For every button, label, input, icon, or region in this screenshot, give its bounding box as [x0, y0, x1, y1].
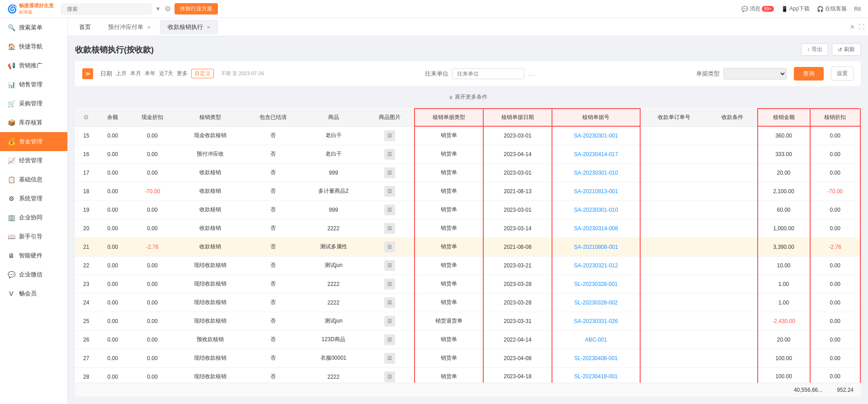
cell-bill-date: 2023-03-01: [483, 126, 552, 145]
app-download-btn[interactable]: 📱 App下载: [781, 5, 810, 13]
cell-bill-type: 销货单: [415, 275, 483, 293]
sidebar-item-search-menu[interactable]: 🔍搜索菜单: [0, 18, 67, 37]
sidebar-item-marketing[interactable]: 📢营销推广: [0, 56, 67, 75]
top-search-input[interactable]: [61, 4, 151, 14]
top-bar: 🌀 畅捷通谱好生意 标准版 ▼ ⚙ 休验行业方案 💬 消息 99+ 📱 App下…: [0, 0, 868, 18]
sidebar-item-quick-nav[interactable]: 🏠快捷导航: [0, 37, 67, 56]
sidebar-item-system[interactable]: ⚙系统管理: [0, 189, 67, 208]
query-btn[interactable]: 查询: [794, 67, 824, 81]
sidebar-item-basic[interactable]: 📋基础信息: [0, 170, 67, 189]
cell-goods-image: 🖼: [365, 145, 415, 163]
receipt-type-select[interactable]: [723, 68, 787, 80]
sidebar-item-finance[interactable]: 💰资金管理: [0, 132, 67, 151]
cell-receipt-condition: [708, 126, 758, 145]
export-btn[interactable]: ↑ 导出: [801, 43, 828, 56]
sidebar-item-beginner[interactable]: 📖新手引导: [0, 227, 67, 246]
cell-bill-no[interactable]: SA-20230331-026: [552, 312, 640, 330]
cell-bill-no[interactable]: SA-20230301-010: [552, 163, 640, 182]
sidebar-item-inventory[interactable]: 📦库存核算: [0, 113, 67, 132]
cell-receipt-condition: [708, 145, 758, 163]
cell-balance: 0.00: [98, 330, 128, 349]
cell-bill-no[interactable]: SL-20230408-001: [552, 349, 640, 367]
sidebar-item-vip[interactable]: V畅会员: [0, 284, 67, 303]
col-balance: 余额: [98, 109, 128, 126]
cell-bill-no[interactable]: SA-20230314-008: [552, 219, 640, 238]
cell-bill-no[interactable]: ABC-001: [552, 330, 640, 349]
cell-bill-no[interactable]: SA-20230414-017: [552, 145, 640, 163]
col-receipt-condition: 收款条件: [708, 109, 758, 126]
cell-bill-date: 2023-04-08: [483, 349, 552, 367]
cell-balance: 0.00: [98, 145, 128, 163]
tab-prepay-close[interactable]: ✕: [147, 25, 151, 30]
cell-bill-no[interactable]: SA-20210813-001: [552, 182, 640, 200]
setting-btn[interactable]: 设置: [831, 67, 854, 81]
sidebar-item-smart[interactable]: 🖥智能硬件: [0, 246, 67, 265]
tab-home[interactable]: 首页: [71, 20, 99, 34]
cell-balance: 0.00: [98, 312, 128, 330]
chevron-down-icon: ∨: [449, 94, 453, 100]
cell-cash-discount: 0.00: [128, 163, 177, 182]
cell-verify-discount: 0.00: [810, 126, 861, 145]
online-service-btn[interactable]: 🎧 在线客服: [817, 5, 847, 13]
user-info[interactable]: Rit: [854, 6, 861, 12]
cell-goods-image: 🖼: [365, 367, 415, 383]
dropdown-icon[interactable]: ▼: [155, 5, 161, 12]
cell-goods: 多计量商品2: [302, 182, 365, 200]
settings-icon[interactable]: ⚙: [165, 5, 171, 13]
cell-goods: 999: [302, 200, 365, 219]
cell-cash-discount: -70.00: [128, 182, 177, 200]
cell-receipt-condition: [708, 349, 758, 367]
filter-unit-section: 往来单位 ...: [425, 68, 536, 79]
cell-include-settled: 否: [244, 256, 302, 275]
sidebar-item-operation[interactable]: 📈经营管理: [0, 151, 67, 170]
cell-bill-no[interactable]: SL-20230328-002: [552, 293, 640, 312]
sidebar-icon-search-menu: 🔍: [7, 24, 15, 32]
message-btn[interactable]: 💬 消息 99+: [741, 5, 774, 13]
gear-icon[interactable]: ⚙: [83, 114, 89, 121]
from-unit-input[interactable]: [452, 68, 524, 79]
cell-bill-no[interactable]: SA-20230301-010: [552, 200, 640, 219]
cell-id: 23: [75, 275, 98, 293]
window-expand-btn[interactable]: ⛶: [859, 24, 864, 30]
cell-verify-amount: 3,390.00: [758, 238, 810, 256]
tab-verify-close[interactable]: ✕: [207, 25, 210, 30]
sidebar-icon-sales: 📊: [7, 81, 15, 89]
cell-bill-no[interactable]: SL-20230418-001: [552, 367, 640, 383]
top-bar-right: 💬 消息 99+ 📱 App下载 🎧 在线客服 Rit: [741, 5, 861, 13]
sidebar-item-enterprise[interactable]: 🏢企业协同: [0, 208, 67, 227]
window-close-btn[interactable]: ✕: [850, 24, 855, 30]
cell-bill-no[interactable]: SA-20210808-001: [552, 238, 640, 256]
cell-verify-type: 现结收款核销: [177, 312, 244, 330]
industry-btn[interactable]: 休验行业方案: [175, 3, 218, 14]
date-this-month[interactable]: 本月: [130, 70, 141, 77]
cell-goods-image: 🖼: [365, 163, 415, 182]
sidebar-item-sales[interactable]: 📊销售管理: [0, 75, 67, 94]
cell-balance: 0.00: [98, 219, 128, 238]
cell-receipt-order-no: [640, 145, 708, 163]
filter-toggle-btn[interactable]: ≫: [82, 68, 93, 79]
date-7days[interactable]: 近7天: [159, 70, 173, 77]
date-more[interactable]: 更多: [177, 70, 188, 77]
cell-bill-no[interactable]: SL-20230328-001: [552, 275, 640, 293]
cell-bill-type: 销货单: [415, 200, 483, 219]
sidebar-label-smart: 智能硬件: [19, 252, 42, 260]
date-last-month[interactable]: 上月: [116, 70, 127, 77]
cell-receipt-order-no: [640, 312, 708, 330]
sidebar-item-purchase[interactable]: 🛒采购管理: [0, 94, 67, 113]
cell-cash-discount: 0.00: [128, 293, 177, 312]
tab-verify[interactable]: 收款核销执行 ✕: [160, 20, 218, 34]
cell-verify-discount: 0.00: [810, 256, 861, 275]
cell-bill-no[interactable]: SA-20230321-012: [552, 256, 640, 275]
expand-more-btn[interactable]: ∨ 展开更多条件: [449, 93, 487, 101]
cell-bill-no[interactable]: SA-20230301-001: [552, 126, 640, 145]
from-unit-label: 往来单位: [425, 70, 448, 78]
headset-icon: 🎧: [817, 6, 824, 12]
refresh-btn[interactable]: ↺ 刷新: [832, 43, 861, 56]
cell-bill-date: 2023-03-28: [483, 293, 552, 312]
tab-prepay[interactable]: 预付冲应付单 ✕: [100, 20, 158, 34]
date-this-year[interactable]: 本年: [145, 70, 156, 77]
date-custom[interactable]: 自定义: [191, 69, 214, 78]
sidebar-item-wechat[interactable]: 💬企业微信: [0, 265, 67, 284]
table-scroll[interactable]: ⚙ 余额 现金折扣 核销类型 包含已结清 商品 商品图片 核销单据类型 核销单据…: [75, 108, 861, 383]
sidebar-label-search-menu: 搜索菜单: [19, 24, 42, 32]
